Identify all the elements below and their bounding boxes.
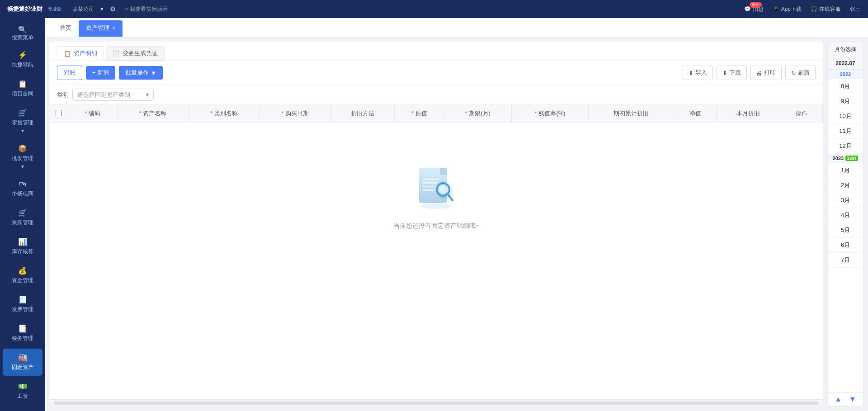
selected-month-display: 2022.07 bbox=[828, 57, 863, 70]
app-download-icon: 📱 bbox=[773, 6, 779, 12]
app-name: 畅捷通好业财 bbox=[7, 5, 42, 13]
month-item-3[interactable]: 3月 bbox=[828, 193, 863, 208]
month-item-9[interactable]: 9月 bbox=[828, 94, 863, 109]
demo-link[interactable]: ○ 我要看实例演示 bbox=[125, 5, 168, 13]
print-btn[interactable]: 🖨 打印 bbox=[750, 66, 782, 80]
month-item-6[interactable]: 6月 bbox=[828, 238, 863, 253]
col-name: * 资产名称 bbox=[118, 105, 189, 123]
sidebar-item-wholesale[interactable]: 📦 批发管理 ▼ bbox=[3, 140, 42, 174]
sidebar-item-ecommerce[interactable]: 🛍 小畅电商 bbox=[3, 175, 42, 202]
search-icon: 🔍 bbox=[3, 25, 42, 34]
add-btn[interactable]: + 新增 bbox=[86, 66, 115, 80]
col-code: * 编码 bbox=[68, 105, 118, 123]
category-select[interactable]: 请选择固定资产类别 bbox=[72, 89, 154, 101]
svg-rect-3 bbox=[440, 168, 447, 175]
tab-close-btn[interactable]: × bbox=[112, 25, 115, 31]
user-account[interactable]: 张三 bbox=[850, 5, 861, 13]
col-monthly-depreciation: 本月折旧 bbox=[717, 105, 780, 123]
sidebar-item-retail[interactable]: 🛒 零售管理 ▼ bbox=[3, 104, 42, 138]
tab-home[interactable]: 首页 bbox=[52, 20, 79, 37]
svg-rect-7 bbox=[423, 189, 435, 191]
month-item-12[interactable]: 12月 bbox=[828, 139, 863, 154]
year-2023[interactable]: 2023 2023 bbox=[828, 154, 863, 163]
asset-detail-icon: 📋 bbox=[64, 50, 71, 57]
empty-illustration bbox=[409, 159, 463, 213]
scrollbar-track[interactable] bbox=[54, 402, 818, 405]
month-panel-title: 月份选择 bbox=[828, 42, 863, 57]
match-btn[interactable]: 对账 bbox=[57, 66, 82, 80]
top-bar: 畅捷通好业财 专业版 某某公司 ▼ ⚙ ○ 我要看实例演示 💬 消息 99+ 📱… bbox=[0, 0, 868, 18]
sidebar-item-purchase[interactable]: 🛒 采购管理 bbox=[3, 204, 42, 231]
batch-chevron-icon: ▼ bbox=[151, 70, 156, 76]
sidebar-item-project[interactable]: 📋 项目合同 bbox=[3, 75, 42, 102]
month-item-10[interactable]: 10月 bbox=[828, 109, 863, 124]
message-badge: 99+ bbox=[750, 2, 762, 8]
action-toolbar: 对账 + 新增 批量操作 ▼ ⬆ 导入 ⬇ 下载 bbox=[50, 61, 823, 85]
table-wrap: * 编码 * 资产名称 * 类别名称 * 购买日期 折旧方法 * 原值 * 期限… bbox=[50, 105, 823, 399]
sub-tab-change-voucher[interactable]: 📄 变更生成凭证 bbox=[106, 46, 165, 61]
month-item-1[interactable]: 1月 bbox=[828, 163, 863, 178]
main-panel: 📋 资产明细 📄 变更生成凭证 对账 + 新增 批量操作 ▼ bbox=[50, 42, 823, 406]
wholesale-icon: 📦 bbox=[18, 144, 27, 153]
print-icon: 🖨 bbox=[756, 70, 762, 76]
sidebar-item-fixed-assets[interactable]: 🏭 固定资产 bbox=[3, 349, 42, 376]
sidebar-item-operations[interactable]: 📈 经营管理 bbox=[3, 406, 42, 411]
select-all-checkbox[interactable] bbox=[56, 110, 62, 116]
finance-icon: 💰 bbox=[18, 266, 27, 275]
sidebar-item-quick-nav[interactable]: ⚡ 快捷导航 bbox=[3, 46, 42, 73]
online-service-icon: 🎧 bbox=[811, 6, 817, 12]
month-nav-up-btn[interactable]: ▲ bbox=[835, 395, 842, 403]
filter-bar: 类别 请选择固定资产类别 ▼ bbox=[50, 85, 823, 105]
month-nav-down-btn[interactable]: ▼ bbox=[849, 395, 856, 403]
tax-icon: 📑 bbox=[18, 324, 27, 333]
sidebar-item-inventory[interactable]: 📊 库存核算 bbox=[3, 233, 42, 260]
message-icon: 💬 bbox=[744, 6, 751, 12]
batch-btn[interactable]: 批量操作 ▼ bbox=[119, 66, 163, 80]
header-right: 💬 消息 99+ 📱 App下载 🎧 在线客服 张三 bbox=[744, 5, 861, 13]
tab-bar: 首页 资产管理 × bbox=[45, 18, 868, 37]
company-dropdown-icon[interactable]: ▼ bbox=[99, 6, 104, 12]
month-item-5[interactable]: 5月 bbox=[828, 223, 863, 238]
col-residual-rate: * 残值率(%) bbox=[511, 105, 589, 123]
month-item-11[interactable]: 11月 bbox=[828, 124, 863, 139]
col-operations: 操作 bbox=[780, 105, 823, 123]
bottom-scrollbar[interactable] bbox=[50, 399, 823, 406]
panel-collapse-btn[interactable]: ◀ bbox=[827, 215, 828, 233]
sidebar-item-salary[interactable]: 💵 工资 bbox=[3, 378, 42, 405]
download-btn[interactable]: ⬇ 下载 bbox=[717, 66, 747, 80]
month-item-2[interactable]: 2月 bbox=[828, 178, 863, 193]
quick-nav-icon: ⚡ bbox=[18, 51, 27, 59]
message-btn[interactable]: 💬 消息 99+ bbox=[744, 5, 764, 13]
sub-tab-asset-detail[interactable]: 📋 资产明细 bbox=[57, 46, 104, 61]
settings-icon[interactable]: ⚙ bbox=[110, 5, 116, 13]
table-header: * 编码 * 资产名称 * 类别名称 * 购买日期 折旧方法 * 原值 * 期限… bbox=[50, 105, 823, 123]
empty-text: 当前您还没有固定资产明细哦~ bbox=[393, 222, 479, 230]
col-purchase-date: * 购买日期 bbox=[259, 105, 330, 123]
refresh-icon: ↻ bbox=[791, 70, 796, 76]
sidebar-item-tax[interactable]: 📑 税务管理 bbox=[3, 320, 42, 347]
year-2022[interactable]: 2022 bbox=[828, 70, 863, 79]
sub-tab-bar: 📋 资产明细 📄 变更生成凭证 bbox=[50, 42, 823, 61]
sidebar-item-search[interactable]: 🔍 搜索菜单 bbox=[0, 22, 45, 45]
sidebar-item-invoice[interactable]: 🧾 发票管理 bbox=[3, 291, 42, 318]
project-icon: 📋 bbox=[18, 80, 27, 88]
month-item-4[interactable]: 4月 bbox=[828, 208, 863, 223]
category-filter-label: 类别 bbox=[57, 91, 69, 99]
sidebar-item-finance[interactable]: 💰 资金管理 bbox=[3, 262, 42, 289]
app-download-btn[interactable]: 📱 App下载 bbox=[773, 5, 802, 13]
app-subtitle: 专业版 bbox=[48, 6, 61, 12]
main-layout: 🔍 搜索菜单 ⚡ 快捷导航 📋 项目合同 🛒 零售管理 ▼ 📦 批发管理 ▼ 🛍… bbox=[0, 18, 868, 411]
svg-point-11 bbox=[439, 185, 448, 194]
month-item-7[interactable]: 7月 bbox=[828, 253, 863, 268]
content-area: 首页 资产管理 × 📋 资产明细 📄 变更生成凭证 bbox=[45, 18, 868, 411]
refresh-btn[interactable]: ↻ 刷新 bbox=[785, 66, 816, 80]
page-content: 📋 资产明细 📄 变更生成凭证 对账 + 新增 批量操作 ▼ bbox=[45, 37, 868, 411]
month-item-8[interactable]: 8月 bbox=[828, 79, 863, 94]
import-btn[interactable]: ⬆ 导入 bbox=[683, 66, 713, 80]
online-service-btn[interactable]: 🎧 在线客服 bbox=[811, 5, 841, 13]
tab-assets-mgmt[interactable]: 资产管理 × bbox=[79, 20, 123, 37]
month-list: 2022 8月 9月 10月 11月 12月 2023 2023 1月 2月 3… bbox=[828, 70, 863, 392]
download-icon: ⬇ bbox=[722, 70, 727, 76]
demo-icon: ○ bbox=[125, 6, 128, 12]
month-panel: ◀ 月份选择 2022.07 2022 8月 9月 10月 11月 12月 20… bbox=[827, 42, 863, 406]
